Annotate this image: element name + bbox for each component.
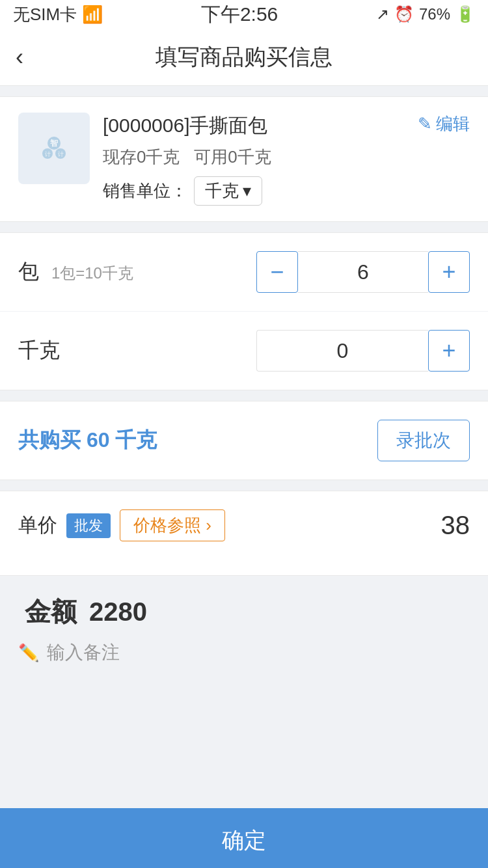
- pack-controls: − +: [256, 251, 470, 293]
- available-text: 可用0千克: [185, 147, 271, 167]
- product-info: [0000006]手撕面包 ✎ 编辑 现存0千克 可用0千克 销售单位： 千克 …: [103, 113, 470, 206]
- pencil-icon: ✏️: [18, 643, 39, 663]
- batch-button[interactable]: 录批次: [377, 420, 470, 461]
- pack-quantity-input[interactable]: [298, 251, 428, 293]
- edit-button[interactable]: ✎ 编辑: [418, 113, 470, 135]
- total-row: 共购买 60 千克 录批次: [0, 401, 488, 480]
- alarm-icon: ⏰: [394, 5, 414, 23]
- wifi-icon: 📶: [82, 5, 103, 25]
- pack-label-group: 包 1包=10千克: [18, 258, 256, 286]
- status-bar: 无SIM卡 📶 下午2:56 ↗ ⏰ 76% 🔋: [0, 0, 488, 29]
- price-ref-button[interactable]: 价格参照 ›: [120, 509, 225, 541]
- product-card: 智 计 计 [0000006]手撕面包 ✎ 编辑 现存0千克 可用0千克 销售单…: [0, 96, 488, 222]
- back-button[interactable]: ‹: [16, 44, 23, 71]
- kg-plus-button[interactable]: +: [428, 330, 470, 372]
- amount-row: 金额 2280: [18, 594, 470, 630]
- price-label: 单价: [18, 512, 57, 539]
- confirm-button-label: 确定: [222, 826, 266, 856]
- pack-hint: 1包=10千克: [51, 264, 133, 282]
- battery-text: 76%: [419, 5, 450, 23]
- amount-label: 金额: [25, 597, 77, 626]
- svg-text:计: 计: [58, 151, 64, 157]
- total-unit: 千克: [115, 428, 157, 452]
- price-badge: 批发: [66, 513, 111, 538]
- total-text: 共购买 60 千克: [18, 426, 157, 455]
- pack-row: 包 1包=10千克 − +: [0, 233, 488, 312]
- carrier-text: 无SIM卡: [13, 3, 77, 26]
- unit-select[interactable]: 千克 ▾: [194, 176, 262, 206]
- remark-row[interactable]: ✏️ 输入备注: [18, 640, 470, 678]
- product-name: [0000006]手撕面包: [103, 113, 267, 139]
- product-top-row: [0000006]手撕面包 ✎ 编辑: [103, 113, 470, 146]
- edit-label: 编辑: [436, 113, 470, 135]
- edit-icon: ✎: [418, 114, 432, 134]
- kg-row: 千克 +: [0, 312, 488, 390]
- svg-text:智: 智: [49, 139, 58, 148]
- quantity-section: 包 1包=10千克 − + 千克 +: [0, 232, 488, 390]
- nav-bar: ‹ 填写商品购买信息: [0, 29, 488, 86]
- kg-label: 千克: [18, 336, 256, 365]
- amount-section: 金额 2280 ✏️ 输入备注: [0, 576, 488, 678]
- product-unit-row: 销售单位： 千克 ▾: [103, 176, 470, 206]
- unit-value: 千克: [205, 180, 239, 202]
- unit-label: 销售单位：: [103, 180, 187, 202]
- stock-text: 现存0千克: [103, 147, 180, 167]
- status-right: ↗ ⏰ 76% 🔋: [376, 5, 475, 23]
- kg-controls: +: [256, 330, 470, 372]
- price-section: 单价 批发 价格参照 › 38: [0, 491, 488, 576]
- battery-icon: 🔋: [455, 5, 475, 23]
- product-image: 智 计 计: [18, 113, 90, 184]
- price-value: 38: [441, 511, 470, 540]
- kg-quantity-input[interactable]: [256, 330, 428, 372]
- spacer: [0, 678, 488, 808]
- pack-label: 包: [18, 260, 39, 283]
- amount-value: 2280: [89, 597, 147, 626]
- product-logo-icon: 智 计 计: [34, 129, 74, 168]
- chevron-down-icon: ▾: [243, 181, 251, 201]
- status-left: 无SIM卡 📶: [13, 3, 103, 26]
- price-label-group: 单价 批发 价格参照 ›: [18, 509, 225, 541]
- product-stock: 现存0千克 可用0千克: [103, 146, 470, 169]
- svg-text:计: 计: [45, 151, 51, 157]
- price-row: 单价 批发 价格参照 › 38: [18, 509, 470, 541]
- total-amount: 60: [87, 428, 110, 452]
- status-time: 下午2:56: [201, 1, 278, 28]
- location-icon: ↗: [376, 5, 389, 23]
- page-title: 填写商品购买信息: [156, 42, 332, 72]
- remark-text: 输入备注: [47, 640, 120, 665]
- pack-minus-button[interactable]: −: [256, 251, 298, 293]
- confirm-bar[interactable]: 确定: [0, 808, 488, 868]
- total-prefix: 共购买: [18, 428, 81, 452]
- pack-plus-button[interactable]: +: [428, 251, 470, 293]
